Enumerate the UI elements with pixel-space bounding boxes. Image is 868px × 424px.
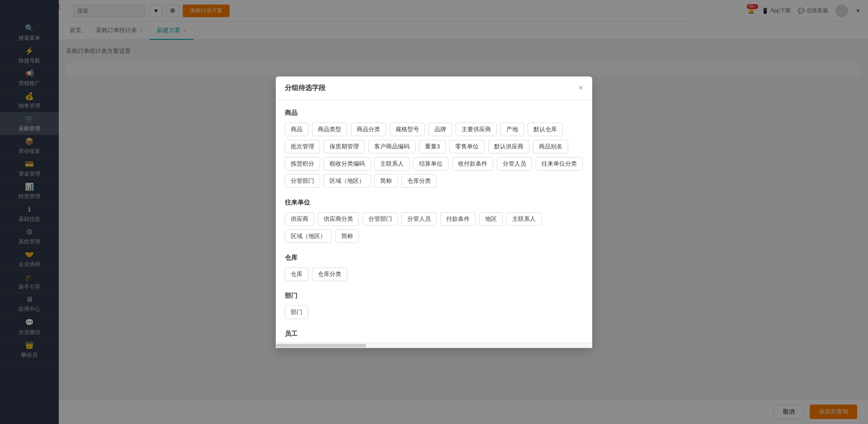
section-title-1: 往来单位: [285, 199, 583, 207]
scrollbar-thumb: [276, 344, 366, 348]
section-title-2: 仓库: [285, 254, 583, 262]
field-section-3: 部门部门: [285, 292, 583, 319]
field-tag-0-13[interactable]: 默认供应商: [488, 140, 529, 153]
field-section-1: 往来单位供应商供应商分类分管部门分管人员付款条件地区主联系人区域（地区）简称: [285, 199, 583, 243]
field-tag-1-4[interactable]: 付款条件: [440, 212, 476, 226]
field-tag-1-5[interactable]: 地区: [479, 212, 503, 226]
field-tag-0-14[interactable]: 商品别名: [533, 140, 568, 153]
field-tag-2-1[interactable]: 仓库分类: [312, 267, 347, 281]
field-tag-0-12[interactable]: 零售单位: [449, 140, 485, 153]
field-section-0: 商品商品商品类型商品分类规格型号品牌主要供应商产地默认仓库批次管理保质期管理客户…: [285, 109, 583, 188]
field-tag-0-16[interactable]: 税收分类编码: [324, 157, 371, 171]
field-tag-0-5[interactable]: 主要供应商: [456, 123, 497, 136]
section-title-0: 商品: [285, 109, 583, 117]
field-tag-0-23[interactable]: 区域（地区）: [324, 174, 371, 188]
field-tag-0-18[interactable]: 结算单位: [413, 157, 448, 171]
field-tag-0-21[interactable]: 往来单位分类: [536, 157, 583, 171]
field-tag-3-0[interactable]: 部门: [285, 305, 308, 319]
field-tag-0-1[interactable]: 商品类型: [312, 123, 347, 136]
section-title-3: 部门: [285, 292, 583, 300]
field-section-4: 员工业务员: [285, 330, 583, 343]
modal-body[interactable]: 商品商品商品类型商品分类规格型号品牌主要供应商产地默认仓库批次管理保质期管理客户…: [276, 100, 592, 343]
modal-overlay: 分组待选字段 × 商品商品商品类型商品分类规格型号品牌主要供应商产地默认仓库批次…: [0, 0, 868, 424]
field-tags-1: 供应商供应商分类分管部门分管人员付款条件地区主联系人区域（地区）简称: [285, 212, 583, 243]
field-tag-1-2[interactable]: 分管部门: [363, 212, 398, 226]
modal-horizontal-scrollbar[interactable]: [276, 343, 592, 348]
field-tag-1-0[interactable]: 供应商: [285, 212, 314, 226]
field-tag-0-2[interactable]: 商品分类: [351, 123, 386, 136]
field-tag-0-0[interactable]: 商品: [285, 123, 308, 136]
field-tag-0-20[interactable]: 分管人员: [497, 157, 532, 171]
field-tag-1-6[interactable]: 主联系人: [506, 212, 542, 226]
field-tags-2: 仓库仓库分类: [285, 267, 583, 281]
field-tag-0-17[interactable]: 主联系人: [374, 157, 410, 171]
field-tag-0-22[interactable]: 分管部门: [285, 174, 320, 188]
field-tag-0-11[interactable]: 重量3: [419, 140, 446, 153]
modal-close-btn[interactable]: ×: [578, 84, 583, 92]
field-tag-1-1[interactable]: 供应商分类: [318, 212, 359, 226]
field-tag-1-7[interactable]: 区域（地区）: [285, 229, 332, 243]
field-tag-0-6[interactable]: 产地: [500, 123, 524, 136]
modal-title: 分组待选字段: [285, 84, 326, 92]
modal: 分组待选字段 × 商品商品商品类型商品分类规格型号品牌主要供应商产地默认仓库批次…: [276, 76, 592, 348]
field-tag-1-3[interactable]: 分管人员: [401, 212, 437, 226]
field-tags-3: 部门: [285, 305, 583, 319]
field-tag-0-19[interactable]: 收付款条件: [452, 157, 493, 171]
field-tag-2-0[interactable]: 仓库: [285, 267, 308, 281]
section-title-4: 员工: [285, 330, 583, 338]
field-tag-0-7[interactable]: 默认仓库: [528, 123, 563, 136]
field-tag-0-25[interactable]: 仓库分类: [401, 174, 437, 188]
field-tag-0-24[interactable]: 简称: [374, 174, 398, 188]
field-tag-1-8[interactable]: 简称: [335, 229, 359, 243]
field-section-2: 仓库仓库仓库分类: [285, 254, 583, 281]
field-tag-0-8[interactable]: 批次管理: [285, 140, 320, 153]
field-tag-0-9[interactable]: 保质期管理: [324, 140, 365, 153]
field-tag-0-10[interactable]: 客户商品编码: [368, 140, 415, 153]
field-tags-0: 商品商品类型商品分类规格型号品牌主要供应商产地默认仓库批次管理保质期管理客户商品…: [285, 123, 583, 188]
field-tag-0-4[interactable]: 品牌: [429, 123, 452, 136]
field-tag-0-15[interactable]: 拣货积分: [285, 157, 320, 171]
field-tag-0-3[interactable]: 规格型号: [390, 123, 425, 136]
modal-header: 分组待选字段 ×: [276, 76, 592, 100]
